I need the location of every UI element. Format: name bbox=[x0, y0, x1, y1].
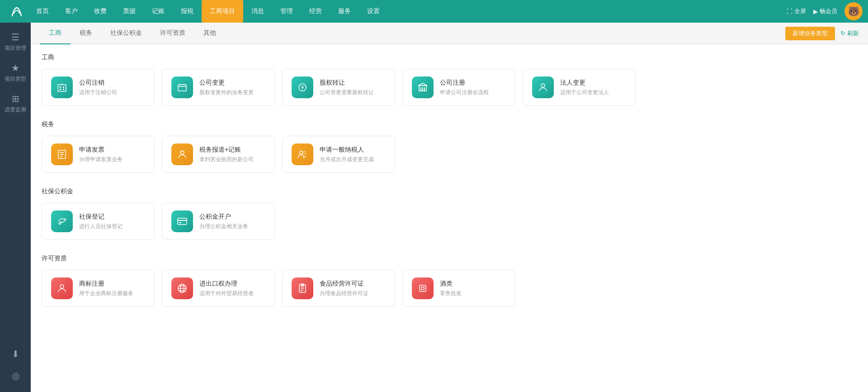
card-info-股权转让: 股权转让公司变更需要股权转让 bbox=[320, 79, 386, 96]
card-desc-text: 办理食品经营许可证 bbox=[320, 290, 386, 297]
card-title-text: 公司注册 bbox=[440, 79, 506, 87]
card-title-text: 进出口权办理 bbox=[199, 280, 265, 288]
section-title-许可资质: 许可资质 bbox=[42, 254, 857, 263]
svg-point-28 bbox=[60, 285, 64, 288]
list-icon: ☰ bbox=[11, 32, 19, 43]
fullscreen-icon: ⛶ bbox=[787, 8, 793, 15]
svg-rect-40 bbox=[421, 287, 424, 290]
add-type-button[interactable]: 新增业务类型 bbox=[785, 27, 835, 40]
card-desc-text: 适用于公司变更法人 bbox=[560, 89, 626, 96]
scroll-content[interactable]: 工商公司注销适用于注销公司公司变更股权变更外的业务变更¥股权转让公司变更需要股权… bbox=[31, 44, 868, 392]
card-title-text: 社保登记 bbox=[79, 213, 145, 221]
nav-item-收费[interactable]: 收费 bbox=[86, 0, 115, 23]
sidebar-label-project-management: 项目管理 bbox=[5, 44, 26, 52]
section-title-税务: 税务 bbox=[42, 120, 857, 129]
card-icon-进出口权办理 bbox=[171, 277, 193, 299]
nav-right: ⛶ 全屏 ▶ 畅会员 🐻 bbox=[787, 2, 863, 20]
nav-item-记账[interactable]: 记账 bbox=[144, 0, 173, 23]
svg-rect-0 bbox=[58, 85, 66, 91]
sidebar-item-progress[interactable]: ⊞ 进度监测 bbox=[0, 88, 31, 119]
sidebar-label-progress: 进度监测 bbox=[5, 106, 26, 114]
card-icon-税务报道+记账: + bbox=[171, 143, 193, 165]
service-card-申请一般纳税人[interactable]: 申请一般纳税人当月或次月成变更完成 bbox=[282, 136, 395, 173]
card-desc-text: 用于企业商标注册服务 bbox=[79, 290, 145, 297]
card-title-text: 酒类 bbox=[440, 280, 506, 288]
card-info-食品经营许可证: 食品经营许可证办理食品经营许可证 bbox=[320, 280, 386, 297]
svg-rect-39 bbox=[420, 285, 426, 292]
nav-item-服务[interactable]: 服务 bbox=[330, 0, 359, 23]
svg-point-24 bbox=[303, 151, 306, 154]
svg-rect-2 bbox=[63, 86, 64, 88]
card-icon-公司变更 bbox=[171, 76, 193, 98]
service-card-公司注册[interactable]: 公司注册申请公司注册全流程 bbox=[402, 69, 515, 106]
nav-item-报税[interactable]: 报税 bbox=[173, 0, 202, 23]
card-info-酒类: 酒类零售批发 bbox=[440, 280, 506, 297]
card-info-法人变更: 法人变更适用于公司变更法人 bbox=[560, 79, 626, 96]
service-card-申请发票[interactable]: 申请发票办理申请发票业务 bbox=[42, 136, 155, 173]
tabs-actions: 新增业务类型 ↻ 刷新 bbox=[785, 27, 859, 40]
service-card-食品经营许可证[interactable]: 食品经营许可证办理食品经营许可证 bbox=[282, 270, 395, 307]
refresh-button[interactable]: ↻ 刷新 bbox=[840, 29, 859, 38]
content-area: 工商 税务 社保公积金 许可资质 其他 新增业务类型 ↻ 刷新 bbox=[31, 23, 868, 392]
card-desc-text: 适用于对外贸易经营者 bbox=[199, 290, 265, 297]
nav-item-票据[interactable]: 票据 bbox=[115, 0, 144, 23]
download-button[interactable]: ⬇ bbox=[6, 345, 24, 363]
sidebar-item-project-management[interactable]: ☰ 项目管理 bbox=[0, 26, 31, 57]
card-title-text: 商标注册 bbox=[79, 280, 145, 288]
nav-item-管理[interactable]: 管理 bbox=[272, 0, 301, 23]
tab-shebao[interactable]: 社保公积金 bbox=[101, 23, 151, 44]
svg-rect-1 bbox=[60, 86, 61, 88]
tab-gongshang[interactable]: 工商 bbox=[40, 23, 71, 44]
service-card-进出口权办理[interactable]: 进出口权办理适用于对外贸易经营者 bbox=[162, 270, 275, 307]
service-card-法人变更[interactable]: 法人变更适用于公司变更法人 bbox=[523, 69, 636, 106]
svg-point-16 bbox=[541, 84, 545, 87]
cards-grid-税务: 申请发票办理申请发票业务+税务报道+记账拿到营业执照的新公司申请一般纳税人当月或… bbox=[42, 136, 857, 173]
tab-shuiwu[interactable]: 税务 bbox=[71, 23, 101, 44]
svg-point-23 bbox=[300, 151, 303, 154]
card-desc-text: 办理申请发票业务 bbox=[79, 156, 145, 163]
service-card-股权转让[interactable]: ¥股权转让公司变更需要股权转让 bbox=[282, 69, 395, 106]
mascot-avatar: 🐻 bbox=[844, 2, 863, 20]
nav-item-设置[interactable]: 设置 bbox=[359, 0, 388, 23]
location-button[interactable]: ◎ bbox=[6, 367, 24, 385]
card-desc-text: 办理公积金相关业务 bbox=[199, 223, 265, 230]
card-desc-text: 拿到营业执照的新公司 bbox=[199, 156, 265, 163]
service-card-商标注册[interactable]: 商标注册用于企业商标注册服务 bbox=[42, 270, 155, 307]
tab-xuke[interactable]: 许可资质 bbox=[151, 23, 194, 44]
card-info-申请发票: 申请发票办理申请发票业务 bbox=[79, 146, 145, 163]
card-info-公司注销: 公司注销适用于注销公司 bbox=[79, 79, 145, 96]
tab-other[interactable]: 其他 bbox=[194, 23, 225, 44]
fullscreen-button[interactable]: ⛶ 全屏 bbox=[787, 7, 806, 15]
card-desc-text: 申请公司注册全流程 bbox=[440, 89, 506, 96]
svg-rect-27 bbox=[179, 222, 181, 223]
service-card-公积金开户[interactable]: 公积金开户办理公积金相关业务 bbox=[162, 203, 275, 240]
service-card-公司变更[interactable]: 公司变更股权变更外的业务变更 bbox=[162, 69, 275, 106]
card-title-text: 申请发票 bbox=[79, 146, 145, 154]
card-icon-酒类 bbox=[412, 277, 434, 299]
service-card-社保登记[interactable]: 社保登记进行人员社保登记 bbox=[42, 203, 155, 240]
nav-item-首页[interactable]: 首页 bbox=[28, 0, 57, 23]
service-card-公司注销[interactable]: 公司注销适用于注销公司 bbox=[42, 69, 155, 106]
vip-button[interactable]: ▶ 畅会员 bbox=[813, 7, 837, 15]
card-desc-text: 当月或次月成变更完成 bbox=[320, 156, 386, 163]
card-title-text: 申请一般纳税人 bbox=[320, 146, 386, 154]
svg-rect-4 bbox=[63, 89, 64, 90]
card-icon-申请发票 bbox=[51, 143, 73, 165]
sidebar-item-project-type[interactable]: ★ 项目类型 bbox=[0, 57, 31, 88]
nav-item-经营[interactable]: 经营 bbox=[301, 0, 330, 23]
vip-label: 畅会员 bbox=[820, 7, 837, 15]
svg-text:¥: ¥ bbox=[301, 85, 304, 90]
refresh-icon: ↻ bbox=[840, 30, 845, 37]
service-card-税务报道+记账[interactable]: +税务报道+记账拿到营业执照的新公司 bbox=[162, 136, 275, 173]
play-icon: ▶ bbox=[813, 8, 818, 15]
cards-grid-工商: 公司注销适用于注销公司公司变更股权变更外的业务变更¥股权转让公司变更需要股权转让… bbox=[42, 69, 857, 106]
nav-item-工商项目[interactable]: 工商项目 bbox=[202, 0, 243, 23]
card-desc-text: 公司变更需要股权转让 bbox=[320, 89, 386, 96]
card-icon-公积金开户 bbox=[171, 210, 193, 232]
left-sidebar: ☰ 项目管理 ★ 项目类型 ⊞ 进度监测 ⬇ ◎ bbox=[0, 23, 31, 392]
nav-item-消息[interactable]: 消息 bbox=[243, 0, 272, 23]
nav-item-客户[interactable]: 客户 bbox=[57, 0, 86, 23]
service-card-酒类[interactable]: 酒类零售批发 bbox=[402, 270, 515, 307]
card-title-text: 公司注销 bbox=[79, 79, 145, 87]
section-title-社保公积金: 社保公积金 bbox=[42, 187, 857, 196]
